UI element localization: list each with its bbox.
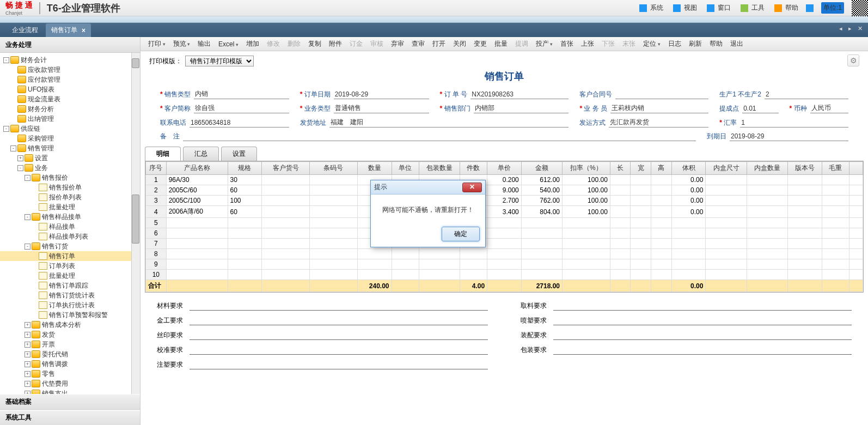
modal-mask: 提示 ✕ 网络可能不通畅，请重新打开！ 确定 [0, 0, 868, 425]
dialog-titlebar[interactable]: 提示 ✕ [371, 180, 485, 195]
dialog-close-icon[interactable]: ✕ [462, 183, 482, 192]
alert-dialog: 提示 ✕ 网络可能不通畅，请重新打开！ 确定 [370, 180, 486, 247]
dialog-ok-button[interactable]: 确定 [442, 227, 480, 241]
dialog-title: 提示 [374, 183, 462, 192]
dialog-message: 网络可能不通畅，请重新打开！ [371, 195, 485, 221]
detail-tab-items[interactable]: 明细 [145, 147, 181, 161]
